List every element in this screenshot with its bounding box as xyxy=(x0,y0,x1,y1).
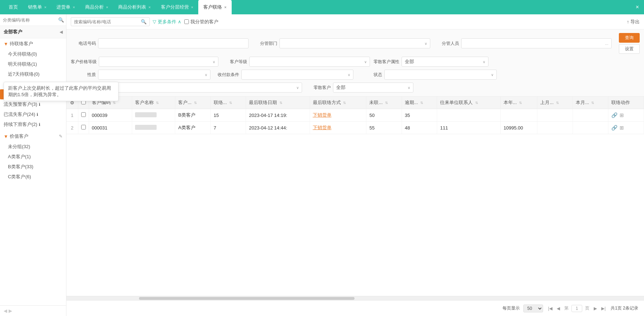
filter-customer-level-field: 客户等级 ∨ xyxy=(222,57,370,67)
nav-customer-contact[interactable]: 客户联络 × xyxy=(198,0,231,14)
nav-purchase-close[interactable]: × xyxy=(73,5,75,9)
col-overdue[interactable]: 逾期... ⇅ xyxy=(402,96,437,109)
last-method-link-1[interactable]: 下销货单 xyxy=(313,112,332,118)
page-first-btn[interactable]: |◀ xyxy=(547,305,554,312)
setting-button[interactable]: 设置 xyxy=(619,44,640,54)
filter-price-level-field: 客户价格等级 ∨ xyxy=(71,57,218,67)
col-this-month[interactable]: 本月... ⇅ xyxy=(573,96,608,109)
nav-home[interactable]: 首页 xyxy=(4,0,23,14)
cell-this-month-1 xyxy=(573,109,608,122)
horizontal-scrollbar[interactable] xyxy=(66,296,644,300)
per-page-select[interactable]: 50 20 100 xyxy=(523,305,543,312)
search-input[interactable] xyxy=(74,19,139,24)
sidebar-search-wrap: 🔍 xyxy=(0,14,66,26)
filter-phone-input[interactable] xyxy=(98,38,249,48)
filter-retail-attr-select[interactable]: 全部 ∨ xyxy=(402,57,488,67)
nav-purchase[interactable]: 进货单 × xyxy=(51,0,80,14)
col-last-month[interactable]: 上月... ⇅ xyxy=(537,96,573,109)
cell-last-method-2[interactable]: 下销货单 xyxy=(310,122,366,134)
filter-dept-select[interactable]: ∨ xyxy=(279,38,430,48)
data-table: ⚙ 客户编码 ⇅ 客户名称 ⇅ 客户... xyxy=(66,96,644,134)
page-prev-btn[interactable]: ◀ xyxy=(555,305,561,312)
sidebar-item-7days[interactable]: 近7天待联络(0) xyxy=(0,69,66,79)
page-last-btn[interactable]: ▶| xyxy=(600,305,607,312)
col-name[interactable]: 客户名称 ⇅ xyxy=(132,96,175,109)
col-contact-count[interactable]: 联络... ⇅ xyxy=(210,96,246,109)
nav-customer-contact-close[interactable]: × xyxy=(224,5,226,9)
search-icon[interactable]: 🔍 xyxy=(141,19,147,24)
filter-more-btn[interactable]: ▽ 更多条件 ∧ xyxy=(153,19,181,25)
filter-phone-field: 电话号码 xyxy=(71,38,249,48)
nav-analysis-close[interactable]: × xyxy=(106,5,108,9)
sidebar-group-pending[interactable]: ▼ 待联络客户 xyxy=(0,38,66,49)
sidebar-item-class-c[interactable]: C类客户(6) xyxy=(0,172,66,182)
col-last-method-label: 最后联络方式 xyxy=(313,100,341,105)
sidebar-item-today[interactable]: 今天待联络(0) xyxy=(0,49,66,59)
col-customer-type[interactable]: 客户... ⇅ xyxy=(175,96,211,109)
cell-checkbox-1 xyxy=(78,109,89,122)
filter-gender-select[interactable]: ∨ xyxy=(98,70,210,80)
sidebar-item-declining[interactable]: 持续下滑客户(2) ℹ xyxy=(0,119,66,129)
row-1-link-icon[interactable]: 🔗 xyxy=(611,112,617,118)
sidebar-item-class-b[interactable]: B类客户(33) xyxy=(0,162,66,172)
export-label: ↑ 导出 xyxy=(627,19,640,25)
cell-actions-1: 🔗 ⊞ xyxy=(608,109,644,122)
window-close-button[interactable]: × xyxy=(636,4,639,10)
filter-payment-select[interactable]: ∨ xyxy=(241,70,354,80)
scrollbar-thumb[interactable] xyxy=(139,297,355,300)
col-this-year[interactable]: 本年... ⇅ xyxy=(500,96,537,109)
col-last-method[interactable]: 最后联络方式 ⇅ xyxy=(310,96,366,109)
filter-status-select[interactable]: ∨ xyxy=(384,70,497,80)
tooltip-text: 距客户上次交易时长，超过了此客户的平均交易周期的1.5倍，则视为异常。 xyxy=(66,85,111,97)
filter-phone-label: 电话号码 xyxy=(71,41,96,47)
nav-customer-tier-close[interactable]: × xyxy=(191,5,193,9)
cell-contact-person-1 xyxy=(437,109,500,122)
nav-sales[interactable]: 销售单 × xyxy=(23,0,51,14)
row-2-grid-icon[interactable]: ⊞ xyxy=(620,125,624,131)
sidebar-item-class-a[interactable]: A类客户(1) xyxy=(0,152,66,162)
sidebar-nav-right[interactable]: ▶ xyxy=(9,308,12,313)
last-method-link-2[interactable]: 下销货单 xyxy=(313,125,332,130)
col-unlisted[interactable]: 未联... ⇅ xyxy=(366,96,402,109)
col-name-sort: ⇅ xyxy=(156,101,159,105)
cell-code-2: 000031 xyxy=(89,122,132,134)
cell-actions-2: 🔗 ⊞ xyxy=(608,122,644,134)
sidebar-collapse-icon[interactable]: ◀ xyxy=(60,30,62,34)
col-contact-person[interactable]: 往来单位联系人 ⇅ xyxy=(437,96,500,109)
sidebar-nav-left[interactable]: ◀ xyxy=(4,308,7,313)
sidebar-search-input[interactable] xyxy=(3,18,57,23)
filter-manager-select[interactable]: … xyxy=(461,38,612,48)
filter-customer-type-select[interactable]: ∨ xyxy=(107,82,302,93)
sidebar-item-ungrouped[interactable]: 未分组(32) xyxy=(0,142,66,152)
query-button[interactable]: 查询 xyxy=(619,33,640,43)
sidebar-search-icon[interactable]: 🔍 xyxy=(58,17,64,23)
filter-retail-customer-select[interactable]: 全部 ∨ xyxy=(333,82,413,93)
col-this-month-sort: ⇅ xyxy=(591,101,594,105)
page-next-btn[interactable]: ▶ xyxy=(592,305,598,312)
filter-gender-field: 性质 ∨ xyxy=(71,70,210,80)
sidebar-group-value[interactable]: ▼ 价值客户 ✎ xyxy=(0,131,66,142)
row-1-checkbox[interactable] xyxy=(81,112,86,117)
sidebar-item-tomorrow[interactable]: 明天待联络(1) xyxy=(0,59,66,69)
cell-name-1[interactable] xyxy=(132,109,175,122)
cell-name-2[interactable] xyxy=(132,122,175,134)
nav-analysis-list[interactable]: 商品分析列表 × xyxy=(113,0,156,14)
cell-last-method-1[interactable]: 下销货单 xyxy=(310,109,366,122)
export-btn[interactable]: ↑ 导出 xyxy=(627,19,640,25)
sidebar-item-churned[interactable]: 已流失客户(24) ℹ xyxy=(0,109,66,119)
sidebar-group-value-edit-icon[interactable]: ✎ xyxy=(59,134,62,139)
row-2-link-icon[interactable]: 🔗 xyxy=(611,125,617,131)
nav-customer-tier[interactable]: 客户分层经营 × xyxy=(156,0,198,14)
sidebar-7days-label: 近7天待联络(0) xyxy=(8,71,40,77)
row-1-grid-icon[interactable]: ⊞ xyxy=(620,112,624,118)
cell-unlisted-1: 50 xyxy=(366,109,402,122)
filter-customer-level-select[interactable]: ∨ xyxy=(249,57,370,67)
filter-price-level-select[interactable]: ∨ xyxy=(99,57,218,67)
nav-analysis[interactable]: 商品分析 × xyxy=(80,0,113,14)
nav-sales-close[interactable]: × xyxy=(44,5,46,9)
my-customer-checkbox[interactable] xyxy=(184,19,189,24)
page-number[interactable]: 1 xyxy=(571,305,582,312)
row-2-checkbox[interactable] xyxy=(81,125,86,129)
nav-analysis-list-close[interactable]: × xyxy=(148,5,150,9)
col-last-date[interactable]: 最后联络日期 ⇅ xyxy=(246,96,310,109)
